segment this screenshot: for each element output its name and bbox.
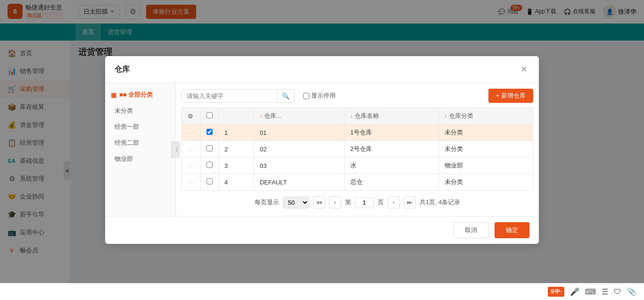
all-categories-btn[interactable]: ▦ ■■ 全部分类 bbox=[105, 87, 175, 103]
shield-icon[interactable]: 🛡 bbox=[614, 288, 621, 296]
row-index: 2 bbox=[219, 141, 254, 158]
row-index: 1 bbox=[219, 125, 254, 141]
row-name: 1号仓库 bbox=[344, 125, 438, 141]
grid-icon: ▦ bbox=[111, 92, 116, 99]
th-index bbox=[219, 108, 254, 125]
pagination: 每页显示 20 50 100 ⏮ ‹ 第 页 › ⏭ 共1页, 4条记录 bbox=[182, 191, 533, 210]
category-item-unclassified[interactable]: 未分类 bbox=[105, 103, 175, 119]
category-item-dept2[interactable]: 经营二部 bbox=[105, 135, 175, 151]
row-category: 未分类 bbox=[438, 125, 533, 141]
table-row[interactable]: ··· 1 01 1号仓库 未分类 bbox=[182, 125, 533, 141]
row-more[interactable]: ··· bbox=[182, 158, 201, 174]
modal-footer: 取消 确定 bbox=[105, 216, 539, 244]
search-box: 🔍 bbox=[182, 89, 295, 103]
brand-icon: S中· bbox=[548, 287, 564, 297]
more-icon: ··· bbox=[189, 146, 194, 153]
select-all-checkbox[interactable] bbox=[206, 112, 213, 118]
row-category: 未分类 bbox=[438, 174, 533, 191]
row-more[interactable]: ··· bbox=[182, 174, 201, 191]
row-checkbox-cell bbox=[201, 174, 219, 191]
row-more[interactable]: ··· bbox=[182, 141, 201, 158]
category-collapse-btn[interactable]: 《 bbox=[171, 141, 180, 158]
page-unit: 页 bbox=[378, 198, 384, 207]
more-icon: ··· bbox=[189, 162, 194, 169]
row-checkbox[interactable] bbox=[206, 129, 213, 135]
row-checkbox-cell bbox=[201, 158, 219, 174]
more-icon: ··· bbox=[189, 129, 194, 136]
show-disabled-checkbox[interactable] bbox=[303, 93, 309, 99]
cancel-button[interactable]: 取消 bbox=[453, 222, 489, 238]
table-toolbar: 🔍 显示停用 + 新增仓库 bbox=[182, 89, 533, 103]
row-checkbox[interactable] bbox=[206, 145, 213, 151]
row-more[interactable]: ··· bbox=[182, 125, 201, 141]
table-row[interactable]: ··· 4 DEFAULT 总仓 未分类 bbox=[182, 174, 533, 191]
row-checkbox[interactable] bbox=[206, 178, 213, 184]
page-label: 第 bbox=[345, 198, 351, 207]
th-settings: ⚙ bbox=[182, 108, 201, 125]
confirm-button[interactable]: 确定 bbox=[495, 222, 529, 238]
th-category: ↕仓库分类 bbox=[438, 108, 533, 125]
search-button[interactable]: 🔍 bbox=[277, 90, 294, 102]
row-category: 物业部 bbox=[438, 158, 533, 174]
row-code: DEFAULT bbox=[254, 174, 344, 191]
row-category: 未分类 bbox=[438, 141, 533, 158]
th-name: ↕仓库名称 bbox=[344, 108, 438, 125]
category-item-dept1[interactable]: 经营一部 bbox=[105, 119, 175, 135]
th-checkbox bbox=[201, 108, 219, 125]
row-code: 01 bbox=[254, 125, 344, 141]
table-header-row: ⚙ ↕仓库... ↕仓库名称 ↕仓库分类 bbox=[182, 108, 533, 125]
table-body: ··· 1 01 1号仓库 未分类 ··· 2 02 2号仓库 未分类 ··· … bbox=[182, 125, 533, 191]
menu-icon[interactable]: ☰ bbox=[602, 287, 608, 296]
modal-header: 仓库 ✕ bbox=[105, 56, 539, 83]
last-page-btn[interactable]: ⏭ bbox=[404, 196, 416, 208]
add-warehouse-button[interactable]: + 新增仓库 bbox=[488, 89, 533, 103]
search-input[interactable] bbox=[182, 90, 277, 102]
table-row[interactable]: ··· 3 03 水 物业部 bbox=[182, 158, 533, 174]
row-index: 4 bbox=[219, 174, 254, 191]
prev-page-btn[interactable]: ‹ bbox=[329, 196, 341, 208]
row-checkbox[interactable] bbox=[206, 162, 213, 168]
table-panel: 🔍 显示停用 + 新增仓库 ⚙ ↕仓库... ↕仓库名称 ↕仓库分类 ··· bbox=[176, 83, 539, 216]
modal-title: 仓库 bbox=[115, 65, 130, 75]
table-row[interactable]: ··· 2 02 2号仓库 未分类 bbox=[182, 141, 533, 158]
more-icon: ··· bbox=[189, 179, 194, 186]
row-code: 02 bbox=[254, 141, 344, 158]
show-disabled-text: 显示停用 bbox=[311, 92, 336, 100]
show-disabled-label: 显示停用 bbox=[303, 92, 336, 100]
modal-body: ▦ ■■ 全部分类 未分类 经营一部 经营二部 物业部 《 🔍 显示停用 + bbox=[105, 83, 539, 216]
warehouse-table: ⚙ ↕仓库... ↕仓库名称 ↕仓库分类 ··· 1 01 1号仓库 未分类 ·… bbox=[182, 108, 533, 191]
all-categories-label: ■■ 全部分类 bbox=[119, 91, 153, 99]
microphone-icon[interactable]: 🎤 bbox=[570, 287, 579, 296]
sort-icon-cat: ↕ bbox=[445, 114, 447, 119]
row-name: 水 bbox=[344, 158, 438, 174]
clip-icon[interactable]: 📎 bbox=[627, 287, 636, 296]
status-bar: S中· 🎤 ⌨ ☰ 🛡 📎 bbox=[0, 283, 644, 300]
modal-close-button[interactable]: ✕ bbox=[518, 64, 529, 75]
row-checkbox-cell bbox=[201, 125, 219, 141]
row-name: 总仓 bbox=[344, 174, 438, 191]
keyboard-icon[interactable]: ⌨ bbox=[585, 287, 596, 296]
warehouse-modal: 仓库 ✕ ▦ ■■ 全部分类 未分类 经营一部 经营二部 物业部 《 🔍 bbox=[105, 56, 539, 244]
page-size-label: 每页显示 bbox=[255, 198, 279, 207]
th-code: ↕仓库... bbox=[254, 108, 344, 125]
category-panel: ▦ ■■ 全部分类 未分类 经营一部 经营二部 物业部 《 bbox=[105, 83, 176, 216]
sort-icon-code: ↕ bbox=[260, 114, 262, 119]
total-info: 共1页, 4条记录 bbox=[420, 198, 461, 207]
first-page-btn[interactable]: ⏮ bbox=[313, 196, 325, 208]
row-code: 03 bbox=[254, 158, 344, 174]
sort-icon-name: ↕ bbox=[350, 114, 353, 119]
page-size-select[interactable]: 20 50 100 bbox=[283, 197, 309, 208]
row-name: 2号仓库 bbox=[344, 141, 438, 158]
row-index: 3 bbox=[219, 158, 254, 174]
row-checkbox-cell bbox=[201, 141, 219, 158]
category-item-property[interactable]: 物业部 bbox=[105, 151, 175, 167]
page-number-input[interactable] bbox=[355, 197, 374, 208]
next-page-btn[interactable]: › bbox=[388, 196, 400, 208]
